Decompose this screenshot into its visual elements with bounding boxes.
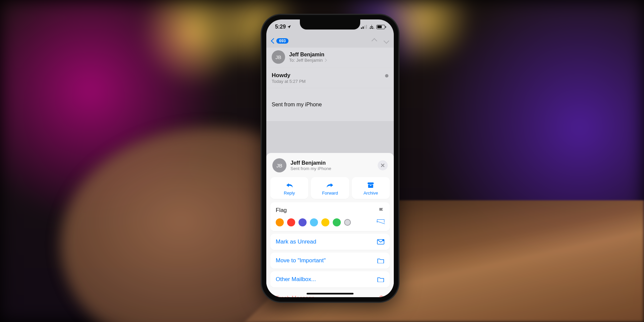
- other-mailbox-label: Other Mailbox...: [276, 276, 316, 283]
- move-important-label: Move to "Important": [276, 257, 326, 264]
- screen: 5:29 693: [266, 19, 394, 297]
- to-name: Jeff Benjamin: [296, 58, 323, 63]
- status-dot-icon: [385, 74, 388, 77]
- svg-rect-1: [368, 184, 373, 188]
- sheet-header: JB Jeff Benjamin Sent from my iPhone: [269, 156, 391, 177]
- flag-color-purple[interactable]: [299, 218, 307, 226]
- sheet-avatar: JB: [272, 158, 286, 172]
- status-time: 5:29: [275, 24, 286, 30]
- subject-timestamp: Today at 5:27 PM: [272, 79, 306, 84]
- mark-unread-label: Mark as Unread: [276, 238, 316, 245]
- flag-color-orange[interactable]: [276, 218, 284, 226]
- message-body[interactable]: Sent from my iPhone: [266, 88, 394, 121]
- flag-color-yellow[interactable]: [321, 218, 329, 226]
- other-mailbox-button[interactable]: Other Mailbox...: [270, 271, 390, 287]
- close-icon: [381, 163, 385, 167]
- signature-text: Sent from my iPhone: [272, 102, 322, 107]
- svg-rect-2: [370, 185, 372, 186]
- svg-rect-0: [368, 182, 374, 184]
- archive-label: Archive: [364, 191, 378, 196]
- trash-label: Trash Message: [276, 295, 315, 297]
- flag-label: Flag: [276, 207, 287, 214]
- flag-icon: [378, 207, 384, 213]
- sheet-preview-text: Sent from my iPhone: [290, 166, 374, 171]
- home-indicator[interactable]: [307, 293, 354, 294]
- forward-label: Forward: [322, 191, 338, 196]
- forward-button[interactable]: Forward: [311, 177, 349, 199]
- battery-icon: [376, 25, 385, 29]
- flag-color-row: [276, 218, 384, 226]
- subject-row: Howdy Today at 5:27 PM: [266, 68, 394, 88]
- archive-icon: [367, 182, 375, 189]
- iphone-device-frame: 5:29 693: [262, 15, 398, 302]
- prev-message-button[interactable]: [372, 38, 377, 44]
- flag-color-red[interactable]: [287, 218, 295, 226]
- primary-actions: Reply Forward Ar: [269, 177, 391, 202]
- recipient-line[interactable]: To: Jeff Benjamin: [289, 58, 326, 63]
- device-notch: [300, 19, 360, 30]
- envelope-dot-icon: [377, 239, 384, 245]
- forward-icon: [326, 182, 334, 189]
- flag-card: Flag: [270, 202, 390, 231]
- chevron-right-icon: [323, 58, 327, 62]
- next-message-button[interactable]: [384, 38, 389, 44]
- message-header: JB Jeff Benjamin To: Jeff Benjamin: [266, 48, 394, 68]
- flag-color-gray[interactable]: [344, 219, 351, 226]
- chevron-left-icon: [271, 38, 277, 44]
- reply-label: Reply: [284, 191, 295, 196]
- wifi-icon: [369, 25, 374, 29]
- nav-bar: 693: [266, 34, 394, 48]
- unflag-icon[interactable]: [377, 219, 384, 225]
- to-prefix: To:: [289, 58, 295, 63]
- reply-icon: [285, 182, 293, 189]
- flag-color-blue[interactable]: [310, 218, 318, 226]
- inbox-count-badge: 693: [276, 38, 288, 44]
- flag-color-green[interactable]: [333, 218, 341, 226]
- move-to-important-button[interactable]: Move to "Important": [270, 253, 390, 269]
- close-sheet-button[interactable]: [378, 160, 388, 170]
- reply-button[interactable]: Reply: [270, 177, 308, 199]
- action-sheet: JB Jeff Benjamin Sent from my iPhone Rep: [266, 153, 394, 297]
- subject-title: Howdy: [272, 72, 306, 79]
- sender-avatar[interactable]: JB: [272, 50, 285, 64]
- location-arrow-icon: [287, 25, 291, 29]
- sheet-sender-name: Jeff Benjamin: [290, 160, 374, 166]
- folder-icon: [377, 258, 384, 263]
- mark-unread-button[interactable]: Mark as Unread: [270, 234, 390, 250]
- back-button[interactable]: 693: [272, 38, 288, 44]
- archive-button[interactable]: Archive: [352, 177, 390, 199]
- cell-signal-icon: [361, 25, 367, 29]
- trash-icon: [378, 295, 384, 297]
- svg-point-4: [382, 239, 384, 241]
- sender-name[interactable]: Jeff Benjamin: [289, 52, 326, 58]
- folder-icon: [377, 277, 384, 282]
